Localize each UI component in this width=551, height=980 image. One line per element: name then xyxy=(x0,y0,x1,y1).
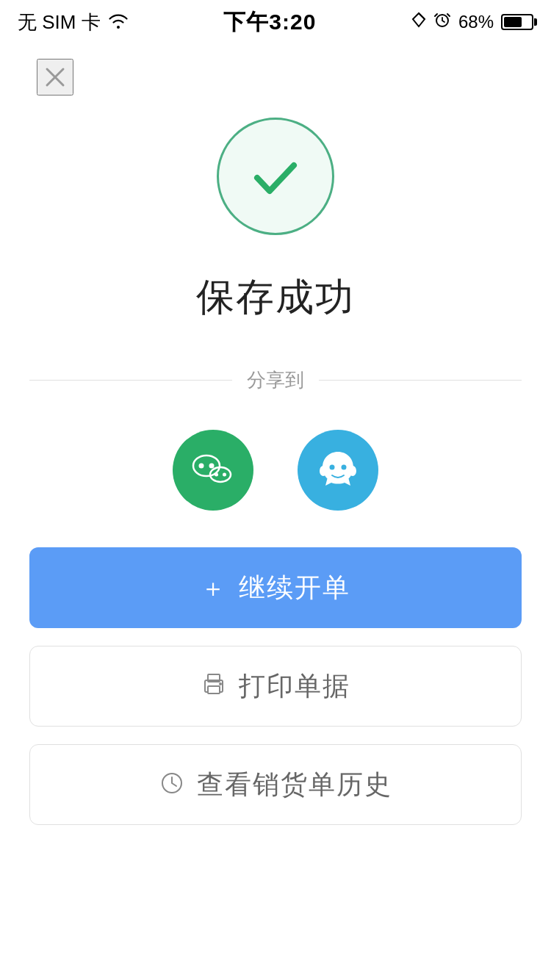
svg-point-11 xyxy=(320,466,327,476)
print-button[interactable]: 打印单据 xyxy=(29,646,522,727)
continue-button[interactable]: ＋ 继续开单 xyxy=(29,547,522,628)
battery-icon xyxy=(501,14,533,30)
plus-icon: ＋ xyxy=(201,575,227,600)
share-section: 分享到 xyxy=(0,367,551,511)
svg-point-5 xyxy=(209,464,215,469)
history-icon xyxy=(159,770,185,800)
svg-point-16 xyxy=(219,682,222,685)
print-icon xyxy=(201,671,227,702)
svg-point-12 xyxy=(349,466,356,476)
continue-label: 继续开单 xyxy=(239,570,350,606)
wifi-icon xyxy=(108,11,129,34)
carrier-text: 无 SIM 卡 xyxy=(18,10,101,35)
svg-point-4 xyxy=(199,464,204,469)
svg-rect-14 xyxy=(208,686,220,693)
alarm-icon xyxy=(433,11,451,33)
wechat-share-button[interactable] xyxy=(173,430,253,511)
qq-share-button[interactable] xyxy=(298,430,378,511)
status-bar: 无 SIM 卡 下午3:20 68% xyxy=(0,0,551,44)
battery-percent: 68% xyxy=(458,12,494,32)
status-left: 无 SIM 卡 xyxy=(18,10,129,35)
action-buttons: ＋ 继续开单 打印单据 查看销货单历史 xyxy=(0,547,551,825)
status-time: 下午3:20 xyxy=(223,7,316,37)
status-right: 68% xyxy=(411,11,533,33)
history-button[interactable]: 查看销货单历史 xyxy=(29,744,522,825)
share-label: 分享到 xyxy=(247,367,304,393)
svg-point-7 xyxy=(215,473,218,477)
share-divider: 分享到 xyxy=(29,367,522,393)
history-label: 查看销货单历史 xyxy=(197,767,392,803)
battery-fill xyxy=(504,17,522,27)
success-title: 保存成功 xyxy=(196,272,355,323)
print-label: 打印单据 xyxy=(239,669,350,705)
svg-point-10 xyxy=(342,465,347,470)
location-icon xyxy=(411,12,426,32)
main-content: 保存成功 分享到 xyxy=(0,44,551,825)
close-button[interactable] xyxy=(37,59,73,96)
svg-point-8 xyxy=(223,473,226,477)
svg-point-9 xyxy=(330,465,335,470)
success-circle xyxy=(217,118,334,235)
share-icons xyxy=(29,430,522,511)
